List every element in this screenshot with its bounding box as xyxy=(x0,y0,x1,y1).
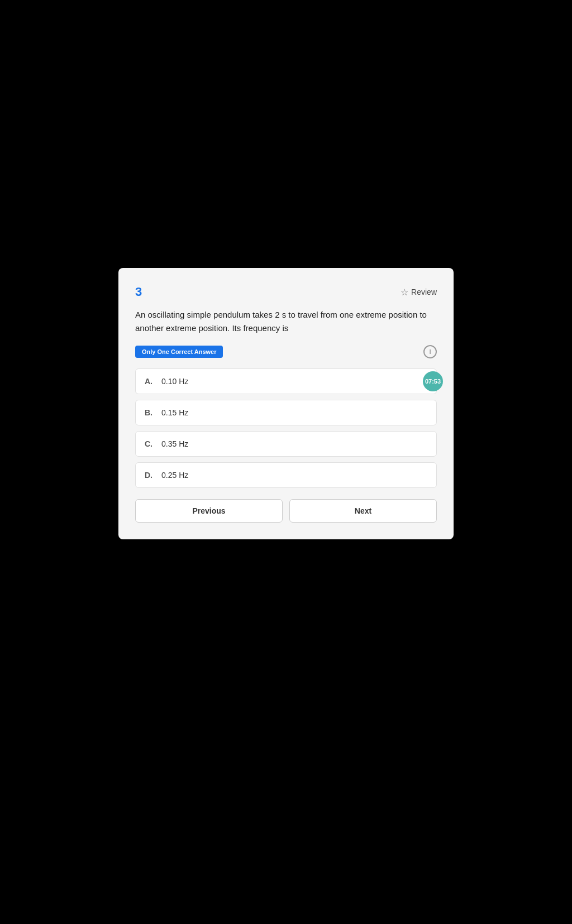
star-icon: ☆ xyxy=(401,287,408,298)
timer-badge: 07:53 xyxy=(423,371,443,391)
option-c-label: C. xyxy=(145,439,156,448)
question-text: An oscillating simple pendulum takes 2 s… xyxy=(135,308,437,335)
answer-type-badge: Only One Correct Answer xyxy=(135,346,223,358)
option-a[interactable]: A. 0.10 Hz 07:53 xyxy=(135,368,437,394)
previous-button[interactable]: Previous xyxy=(135,499,283,523)
question-header: 3 ☆ Review xyxy=(135,285,437,299)
info-icon[interactable]: i xyxy=(423,345,437,358)
option-c-text: 0.35 Hz xyxy=(161,439,188,448)
option-b-label: B. xyxy=(145,408,156,417)
navigation-row: Previous Next xyxy=(135,499,437,523)
next-button[interactable]: Next xyxy=(289,499,437,523)
option-c[interactable]: C. 0.35 Hz xyxy=(135,431,437,457)
option-a-text: 0.10 Hz xyxy=(161,377,188,386)
option-b-text: 0.15 Hz xyxy=(161,408,188,417)
option-d[interactable]: D. 0.25 Hz xyxy=(135,462,437,488)
option-a-label: A. xyxy=(145,377,156,386)
review-button[interactable]: ☆ Review xyxy=(401,287,437,298)
option-d-label: D. xyxy=(145,471,156,480)
quiz-card: 3 ☆ Review An oscillating simple pendulu… xyxy=(118,268,454,539)
question-number: 3 xyxy=(135,285,142,299)
option-d-text: 0.25 Hz xyxy=(161,471,188,480)
screen-container: 3 ☆ Review An oscillating simple pendulu… xyxy=(0,0,572,924)
answer-type-row: Only One Correct Answer i xyxy=(135,345,437,358)
option-b[interactable]: B. 0.15 Hz xyxy=(135,400,437,425)
options-container: A. 0.10 Hz 07:53 B. 0.15 Hz C. 0.35 Hz D… xyxy=(135,368,437,488)
review-label: Review xyxy=(411,288,437,296)
